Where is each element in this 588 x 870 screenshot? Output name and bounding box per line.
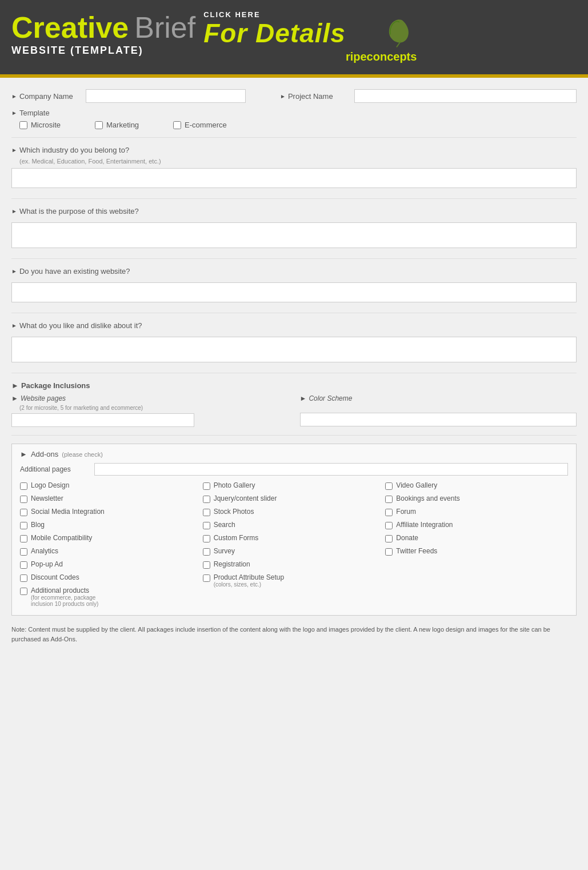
marketing-option[interactable]: Marketing <box>95 121 139 129</box>
stock-photos-checkbox[interactable] <box>203 509 210 516</box>
click-here-badge[interactable]: CLICK HERE For Details <box>203 10 346 46</box>
company-name-input[interactable] <box>86 89 246 103</box>
arrow-icon-10: ► <box>300 394 307 402</box>
website-template-label: WEBSITE (TEMPLATE) <box>11 45 195 57</box>
additional-products-checkbox[interactable] <box>20 588 27 595</box>
project-name-label: ► Project Name <box>280 92 349 101</box>
arrow-icon: ► <box>11 93 17 99</box>
discount-codes-checkbox[interactable] <box>20 574 27 582</box>
addon-product-attribute: Product Attribute Setup (colors, sizes, … <box>203 571 386 590</box>
photo-gallery-checkbox[interactable] <box>203 482 210 490</box>
company-name-label: ► Company Name <box>11 92 80 101</box>
affiliate-checkbox[interactable] <box>385 522 393 529</box>
divider-1 <box>11 137 577 138</box>
microsite-checkbox[interactable] <box>19 121 27 129</box>
addon-discount-codes: Discount Codes <box>20 571 203 584</box>
logo-ripe: ripe <box>346 50 367 63</box>
popup-ad-checkbox[interactable] <box>20 561 27 569</box>
addon-blog: Blog <box>20 518 203 532</box>
addon-donate: Donate <box>385 532 568 545</box>
website-pages-input[interactable] <box>11 413 194 427</box>
divider-4 <box>11 313 577 313</box>
addons-col-1: Logo Design Newsletter Social Media Inte… <box>20 479 203 609</box>
arrow-icon-6: ► <box>11 268 17 274</box>
arrow-icon-7: ► <box>11 322 17 329</box>
addon-survey: Survey <box>203 545 386 558</box>
ecommerce-checkbox[interactable] <box>173 121 181 129</box>
video-gallery-checkbox[interactable] <box>385 482 393 490</box>
addons-title: ► Add-ons (please check) <box>20 450 568 458</box>
addon-registration: Registration <box>203 558 386 571</box>
logo-concepts: concepts <box>367 50 417 63</box>
template-title: ► Template <box>11 109 577 117</box>
addons-grid: Logo Design Newsletter Social Media Inte… <box>20 479 568 609</box>
project-name-input[interactable] <box>354 89 577 103</box>
marketing-label: Marketing <box>106 121 139 129</box>
package-section: ► Package Inclusions ► Website pages (2 … <box>11 381 577 427</box>
addon-affiliate: Affiliate Integration <box>385 518 568 532</box>
addon-forum: Forum <box>385 505 568 518</box>
addon-analytics: Analytics <box>20 545 203 558</box>
purpose-input[interactable] <box>11 222 577 248</box>
analytics-checkbox[interactable] <box>20 548 27 556</box>
click-here-text: CLICK HERE <box>203 10 346 19</box>
form-container: ► Company Name ► Project Name ► Template… <box>0 78 588 655</box>
bookings-events-checkbox[interactable] <box>385 496 393 503</box>
arrow-icon-8: ► <box>11 381 19 390</box>
survey-checkbox[interactable] <box>203 548 210 556</box>
arrow-icon-5: ► <box>11 208 17 214</box>
addon-additional-products: Additional products (for ecommerce, pack… <box>20 584 203 609</box>
registration-checkbox[interactable] <box>203 561 210 569</box>
blog-checkbox[interactable] <box>20 522 27 529</box>
industry-title: ► Which industry do you belong to? <box>11 146 577 154</box>
like-dislike-title: ► What do you like and dislike about it? <box>11 321 577 330</box>
jquery-slider-checkbox[interactable] <box>203 496 210 503</box>
color-scheme-title: ► Color Scheme <box>300 394 577 402</box>
social-media-checkbox[interactable] <box>20 509 27 516</box>
package-cols-row: ► Website pages (2 for microsite, 5 for … <box>11 394 577 427</box>
purpose-title: ► What is the purpose of this website? <box>11 207 577 215</box>
creative-text: Creative <box>11 13 129 42</box>
existing-website-input[interactable] <box>11 282 577 302</box>
existing-website-title: ► Do you have an existing website? <box>11 267 577 276</box>
additional-pages-input[interactable] <box>94 463 568 476</box>
addon-popup-ad: Pop-up Ad <box>20 558 203 571</box>
industry-section: ► Which industry do you belong to? (ex. … <box>11 146 577 190</box>
marketing-checkbox[interactable] <box>95 121 103 129</box>
custom-forms-checkbox[interactable] <box>203 535 210 542</box>
like-dislike-input[interactable] <box>11 337 577 362</box>
ecommerce-label: E-commerce <box>185 121 227 129</box>
please-check-label: (please check) <box>62 451 103 458</box>
addon-twitter-feeds: Twitter Feeds <box>385 545 568 558</box>
logo-design-checkbox[interactable] <box>20 482 27 490</box>
divider-3 <box>11 258 577 259</box>
addon-video-gallery: Video Gallery <box>385 479 568 492</box>
arrow-icon-11: ► <box>20 450 27 458</box>
addon-custom-forms: Custom Forms <box>203 532 386 545</box>
website-pages-col: ► Website pages (2 for microsite, 5 for … <box>11 394 289 427</box>
industry-hint: (ex. Medical, Education, Food, Entertain… <box>19 158 577 165</box>
microsite-option[interactable]: Microsite <box>19 121 61 129</box>
arrow-icon-2: ► <box>280 93 286 99</box>
purpose-section: ► What is the purpose of this website? <box>11 207 577 250</box>
logo-area: ripe concepts <box>346 10 417 63</box>
arrow-icon-3: ► <box>11 110 17 116</box>
search-checkbox[interactable] <box>203 522 210 529</box>
addon-search: Search <box>203 518 386 532</box>
divider-6 <box>11 435 577 436</box>
mobile-compat-checkbox[interactable] <box>20 535 27 542</box>
addon-photo-gallery: Photo Gallery <box>203 479 386 492</box>
addon-newsletter: Newsletter <box>20 492 203 505</box>
industry-input[interactable] <box>11 168 577 188</box>
forum-checkbox[interactable] <box>385 509 393 516</box>
ecommerce-option[interactable]: E-commerce <box>173 121 227 129</box>
donate-checkbox[interactable] <box>385 535 393 542</box>
template-section: ► Template Microsite Marketing E-commerc… <box>11 109 577 129</box>
newsletter-checkbox[interactable] <box>20 496 27 503</box>
color-scheme-input[interactable] <box>300 413 577 426</box>
website-pages-title: ► Website pages <box>11 394 289 402</box>
package-title: ► Package Inclusions <box>11 381 577 390</box>
product-attribute-checkbox[interactable] <box>203 574 210 582</box>
addons-col-3: Video Gallery Bookings and events Forum … <box>385 479 568 609</box>
twitter-feeds-checkbox[interactable] <box>385 548 393 556</box>
